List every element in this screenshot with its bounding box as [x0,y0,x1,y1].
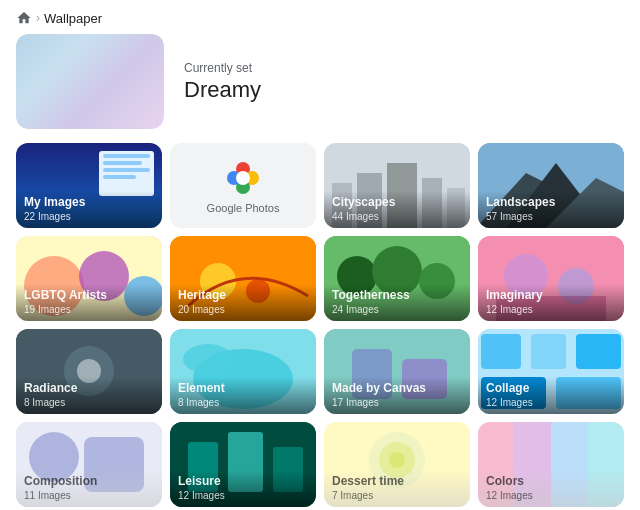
home-icon[interactable] [16,10,32,26]
grid-item-my-images[interactable]: My Images 22 Images [16,143,162,228]
grid-item-count: 24 Images [332,304,462,315]
grid-item-label: Leisure 12 Images [170,470,316,507]
grid-item-lgbtq-artists[interactable]: LGBTQ Artists 19 Images [16,236,162,321]
grid-item-title: Composition [24,474,154,490]
grid-item-title: Togetherness [332,288,462,304]
grid-item-made-by-canvas[interactable]: Made by Canvas 17 Images [324,329,470,414]
grid-item-title: Collage [486,381,616,397]
grid-item-count: 8 Images [24,397,154,408]
svg-rect-40 [481,334,521,369]
svg-rect-41 [531,334,566,369]
grid-item-label: Cityscapes 44 Images [324,191,470,228]
grid-item-title: Element [178,381,308,397]
grid-item-colors[interactable]: Colors 12 Images [478,422,624,507]
grid-item-label: Dessert time 7 Images [324,470,470,507]
grid-item-count: 12 Images [486,490,616,501]
svg-point-4 [236,171,250,185]
grid-item-label: Collage 12 Images [478,377,624,414]
grid-item-label: Element 8 Images [170,377,316,414]
current-wallpaper-section: Currently set Dreamy [0,34,640,143]
breadcrumb: › Wallpaper [0,0,640,34]
wallpaper-grid: My Images 22 Images Google Photos [0,143,640,507]
grid-item-composition[interactable]: Composition 11 Images [16,422,162,507]
grid-item-title: Dessert time [332,474,462,490]
grid-item-count: 12 Images [486,397,616,408]
grid-item-title: Radiance [24,381,154,397]
grid-item-title: Made by Canvas [332,381,462,397]
grid-item-label: Togetherness 24 Images [324,284,470,321]
grid-item-dessert-time[interactable]: Dessert time 7 Images [324,422,470,507]
google-photos-label: Google Photos [207,202,280,214]
breadcrumb-page-title: Wallpaper [44,11,102,26]
google-photos-inner: Google Photos [170,143,316,228]
grid-item-label: Heritage 20 Images [170,284,316,321]
grid-item-label: Landscapes 57 Images [478,191,624,228]
current-wallpaper-thumbnail [16,34,164,129]
grid-item-title: Cityscapes [332,195,462,211]
grid-item-cityscapes[interactable]: Cityscapes 44 Images [324,143,470,228]
svg-point-55 [389,452,405,468]
grid-item-title: My Images [24,195,154,211]
grid-item-title: Imaginary [486,288,616,304]
my-images-screen [99,151,154,196]
grid-item-label: My Images 22 Images [16,191,162,228]
grid-item-count: 12 Images [178,490,308,501]
grid-item-google-photos[interactable]: Google Photos [170,143,316,228]
grid-item-title: Leisure [178,474,308,490]
grid-item-togetherness[interactable]: Togetherness 24 Images [324,236,470,321]
grid-item-label: LGBTQ Artists 19 Images [16,284,162,321]
svg-point-35 [183,344,233,374]
grid-item-count: 20 Images [178,304,308,315]
grid-item-title: Colors [486,474,616,490]
grid-item-count: 19 Images [24,304,154,315]
grid-item-leisure[interactable]: Leisure 12 Images [170,422,316,507]
grid-item-count: 8 Images [178,397,308,408]
grid-item-landscapes[interactable]: Landscapes 57 Images [478,143,624,228]
grid-item-title: LGBTQ Artists [24,288,154,304]
grid-item-label: Composition 11 Images [16,470,162,507]
grid-item-label: Colors 12 Images [478,470,624,507]
grid-item-title: Heritage [178,288,308,304]
grid-item-count: 12 Images [486,304,616,315]
grid-item-count: 11 Images [24,490,154,501]
currently-set-label: Currently set [184,61,261,75]
breadcrumb-separator: › [36,11,40,25]
grid-item-radiance[interactable]: Radiance 8 Images [16,329,162,414]
grid-item-label: Made by Canvas 17 Images [324,377,470,414]
grid-item-label: Radiance 8 Images [16,377,162,414]
grid-item-count: 22 Images [24,211,154,222]
grid-item-count: 57 Images [486,211,616,222]
grid-item-imaginary[interactable]: Imaginary 12 Images [478,236,624,321]
google-photos-icon [223,158,263,198]
grid-item-count: 17 Images [332,397,462,408]
grid-item-label: Imaginary 12 Images [478,284,624,321]
current-wallpaper-preview[interactable] [16,34,164,129]
currently-set-name: Dreamy [184,77,261,103]
grid-item-heritage[interactable]: Heritage 20 Images [170,236,316,321]
grid-item-count: 7 Images [332,490,462,501]
current-wallpaper-info: Currently set Dreamy [184,61,261,103]
grid-item-collage[interactable]: Collage 12 Images [478,329,624,414]
grid-item-title: Landscapes [486,195,616,211]
grid-item-element[interactable]: Element 8 Images [170,329,316,414]
svg-rect-42 [576,334,621,369]
grid-item-count: 44 Images [332,211,462,222]
